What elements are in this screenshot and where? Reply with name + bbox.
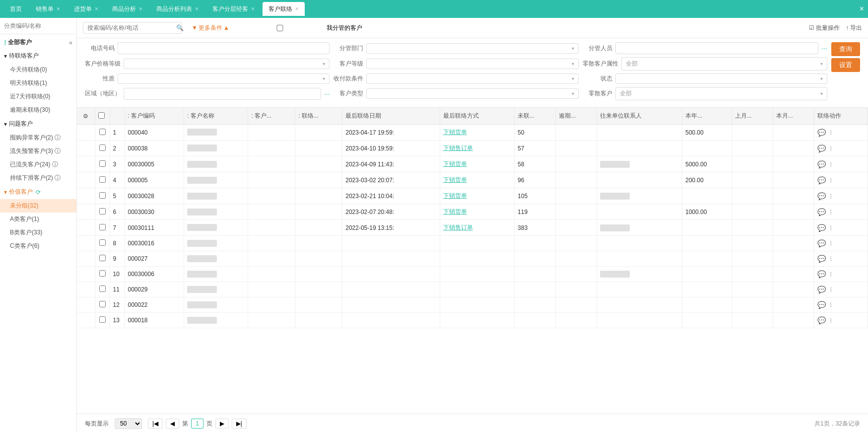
close-purchase-tab[interactable]: ×: [95, 5, 98, 12]
more-icon[interactable]: ⁝: [830, 316, 832, 324]
row-checkbox[interactable]: [99, 192, 106, 199]
ctype-select[interactable]: ▾: [366, 88, 578, 99]
prev-page-btn[interactable]: ◀: [166, 419, 179, 429]
all-customers-label[interactable]: 全部客户: [8, 38, 32, 47]
more-icon[interactable]: ⁝: [830, 255, 832, 263]
row-checkbox[interactable]: [99, 144, 106, 151]
collapse-sidebar-btn[interactable]: «: [69, 39, 72, 46]
chat-icon[interactable]: 💬: [817, 192, 826, 200]
chat-icon[interactable]: 💬: [817, 208, 826, 216]
more-icon[interactable]: ⁝: [830, 160, 832, 168]
nature-select[interactable]: ▾: [118, 73, 330, 84]
sidebar-item-7days[interactable]: 近7天待联络(0): [0, 90, 76, 103]
close-sales-tab[interactable]: ×: [57, 5, 60, 12]
retail-customer-select[interactable]: 全部 ▾: [615, 87, 827, 100]
close-customer-contact-tab[interactable]: ×: [295, 5, 299, 12]
more-icon[interactable]: ⁝: [830, 144, 832, 152]
search-icon[interactable]: 🔍: [176, 24, 184, 31]
chat-icon[interactable]: 💬: [817, 129, 826, 137]
close-analysis-list-tab[interactable]: ×: [195, 5, 199, 12]
person-dots-btn[interactable]: ···: [821, 44, 827, 52]
row-checkbox[interactable]: [99, 129, 106, 135]
row-checkbox[interactable]: [99, 316, 106, 323]
more-icon[interactable]: ⁝: [830, 192, 832, 200]
close-window-btn[interactable]: ×: [860, 4, 864, 13]
sidebar-item-class-c[interactable]: C类客户(6): [0, 239, 76, 253]
next-page-btn[interactable]: ▶: [215, 419, 229, 429]
contact-way-link[interactable]: 下销货单: [443, 192, 467, 199]
my-customers-checkbox-label[interactable]: 我分管的客户: [235, 24, 362, 32]
chat-icon[interactable]: 💬: [817, 270, 826, 278]
contact-way-link[interactable]: 下销货单: [443, 129, 467, 136]
chat-icon[interactable]: 💬: [817, 239, 826, 247]
first-page-btn[interactable]: |◀: [148, 419, 163, 429]
last-page-btn[interactable]: ▶|: [232, 419, 247, 429]
sidebar-item-lost[interactable]: 已流失客户(24) ⓘ: [0, 158, 76, 171]
chat-icon[interactable]: 💬: [817, 286, 826, 293]
select-all-checkbox[interactable]: [98, 112, 105, 119]
chat-icon[interactable]: 💬: [817, 176, 826, 184]
contact-way-link[interactable]: 下销售订单: [443, 144, 473, 151]
reset-button[interactable]: 设置: [831, 58, 860, 72]
sidebar-item-overdue[interactable]: 逾期未联络(30): [0, 103, 76, 117]
my-customers-checkbox[interactable]: [235, 25, 325, 31]
row-checkbox[interactable]: [99, 255, 106, 261]
sidebar-item-no-group[interactable]: 未分组(32): [0, 199, 76, 213]
search-input[interactable]: [83, 22, 182, 34]
sidebar-item-tomorrow[interactable]: 明天待联络(1): [0, 76, 76, 90]
contact-way-link[interactable]: 下销货单: [443, 176, 467, 183]
sidebar-search-input[interactable]: [4, 22, 77, 29]
chat-icon[interactable]: 💬: [817, 144, 826, 152]
region-dots-btn[interactable]: ···: [324, 90, 330, 98]
tab-purchase[interactable]: 进货单 ×: [68, 2, 104, 16]
tab-home[interactable]: 首页: [4, 2, 28, 16]
row-checkbox[interactable]: [99, 239, 106, 246]
close-analysis-tab[interactable]: ×: [139, 5, 142, 12]
price-select[interactable]: ▾: [124, 59, 330, 69]
sidebar-group-value[interactable]: ▾ 价值客户 ⟳: [0, 185, 76, 199]
th-settings[interactable]: ⚙: [77, 108, 95, 125]
sidebar-item-today[interactable]: 今天待联络(0): [0, 63, 76, 76]
phone-input[interactable]: [118, 42, 330, 54]
row-checkbox[interactable]: [99, 270, 106, 277]
status-select[interactable]: ▾: [615, 73, 827, 84]
tab-customer-contact[interactable]: 客户联络 ×: [263, 2, 305, 16]
retail-attr-select[interactable]: 全部 ▾: [621, 57, 827, 71]
contact-way-link[interactable]: 下销货单: [443, 160, 467, 167]
contact-way-link[interactable]: 下销货单: [443, 208, 467, 215]
batch-operation-btn[interactable]: ☑ 批量操作: [809, 24, 840, 32]
tab-analysis[interactable]: 商品分析 ×: [106, 2, 148, 16]
row-checkbox[interactable]: [99, 208, 106, 215]
more-icon[interactable]: ⁝: [830, 176, 832, 184]
tab-sales[interactable]: 销售单 ×: [30, 2, 66, 16]
more-icon[interactable]: ⁝: [830, 239, 832, 247]
export-btn[interactable]: ↑ 导出: [846, 24, 862, 32]
sidebar-item-declining[interactable]: 持续下滑客户(2) ⓘ: [0, 171, 76, 185]
row-checkbox[interactable]: [99, 301, 106, 307]
contact-way-link[interactable]: 下销售订单: [443, 224, 473, 231]
chat-icon[interactable]: 💬: [817, 316, 826, 324]
row-checkbox[interactable]: [99, 176, 106, 183]
query-button[interactable]: 查询: [831, 42, 860, 56]
more-icon[interactable]: ⁝: [830, 286, 832, 293]
chat-icon[interactable]: 💬: [817, 301, 826, 309]
more-conditions-btn[interactable]: ▼ 更多条件 ▲: [192, 24, 229, 32]
tab-customer-tier[interactable]: 客户分层经客 ×: [206, 2, 261, 16]
sidebar-item-churn-warning[interactable]: 流失预警客户(3) ⓘ: [0, 144, 76, 158]
person-input[interactable]: [615, 42, 819, 54]
sidebar-item-class-b[interactable]: B类客户(33): [0, 226, 76, 239]
row-checkbox[interactable]: [99, 286, 106, 292]
region-input[interactable]: [124, 88, 321, 100]
sidebar-item-class-a[interactable]: A类客户(1): [0, 213, 76, 226]
payment-select[interactable]: ▾: [366, 73, 578, 84]
more-icon[interactable]: ⁝: [830, 208, 832, 216]
page-size-select[interactable]: 50 100 200: [115, 418, 142, 429]
chat-icon[interactable]: 💬: [817, 224, 826, 232]
sidebar-group-pending-contact[interactable]: ▾ 待联络客户: [0, 49, 76, 63]
more-icon[interactable]: ⁝: [830, 301, 832, 309]
row-checkbox[interactable]: [99, 224, 106, 230]
tab-analysis-list[interactable]: 商品分析列表 ×: [150, 2, 204, 16]
dept-select[interactable]: ▾: [366, 43, 578, 54]
sidebar-group-problem[interactable]: ▾ 问题客户: [0, 117, 76, 131]
close-customer-tier-tab[interactable]: ×: [251, 5, 255, 12]
